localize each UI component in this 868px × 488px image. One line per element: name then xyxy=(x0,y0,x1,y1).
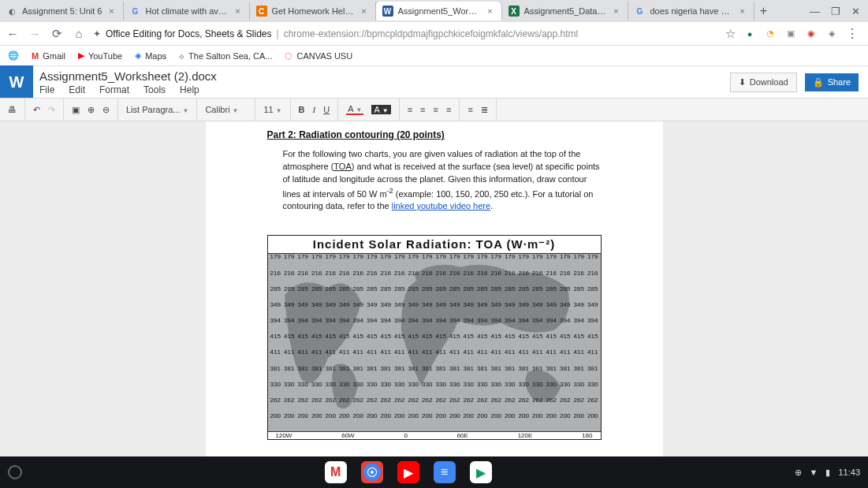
launcher-button[interactable] xyxy=(8,465,22,479)
tab-5[interactable]: Gdoes nigeria have mons× xyxy=(628,2,754,20)
menu-file[interactable]: File xyxy=(39,84,54,95)
docs-icon[interactable]: ≡ xyxy=(434,461,456,483)
chart-toa-radiation: Incident Solar Radiation: TOA (W·m⁻²) 17… xyxy=(267,235,602,440)
play-store-icon[interactable]: ▶ xyxy=(470,461,492,483)
google-icon: G xyxy=(635,6,646,17)
close-icon[interactable]: × xyxy=(233,6,243,16)
bold-button[interactable]: B xyxy=(299,105,305,114)
align-center-button[interactable]: ≡ xyxy=(420,105,425,114)
word-icon: W xyxy=(382,6,393,17)
download-icon: ⬇ xyxy=(739,77,746,88)
bookmark-apps[interactable]: 🌐 xyxy=(8,50,19,61)
back-button[interactable]: ← xyxy=(5,27,20,40)
gmail-icon[interactable]: M xyxy=(325,461,347,483)
text-color-button[interactable]: A▼ xyxy=(346,104,363,115)
bookmark-salton[interactable]: ⟐The Salton Sea, CA... xyxy=(179,51,272,61)
fit-button[interactable]: ▣ xyxy=(72,105,80,115)
browser-tabstrip: ◐Assignment 5: Unit 6× GHot climate with… xyxy=(0,0,868,22)
chart-grid: 1791791791791791791791791791791791791791… xyxy=(268,253,601,428)
bookmark-gmail[interactable]: MGmail xyxy=(32,51,65,61)
browser-menu-button[interactable]: ⋮ xyxy=(846,26,859,41)
tab-1[interactable]: GHot climate with averag× xyxy=(124,2,250,20)
menu-tools[interactable]: Tools xyxy=(143,84,166,95)
new-tab-button[interactable]: + xyxy=(754,4,773,18)
excel-icon: X xyxy=(509,6,520,17)
bulleted-list-button[interactable]: ≣ xyxy=(481,105,488,115)
bookmark-youtube[interactable]: ▶YouTube xyxy=(78,50,122,61)
ext-icon-1[interactable]: ● xyxy=(743,28,756,40)
lock-icon: 🔒 xyxy=(813,77,824,88)
bookmarks-bar: 🌐 MGmail ▶YouTube ◈Maps ⟐The Salton Sea,… xyxy=(0,46,868,66)
omnibox[interactable]: ✦ Office Editing for Docs, Sheets & Slid… xyxy=(93,28,719,39)
print-button[interactable]: 🖶 xyxy=(8,105,17,114)
undo-button[interactable]: ↶ xyxy=(33,105,40,115)
bookmark-star-icon[interactable]: ☆ xyxy=(725,27,736,41)
canvas-icon: ◌ xyxy=(285,50,292,61)
address-bar-right: ☆ ● ◔ ▣ ◉ ◈ ⋮ xyxy=(725,26,863,41)
window-maximize-button[interactable]: ❐ xyxy=(831,6,840,17)
status-tray[interactable]: ⊕ ▼ ▮ 11:43 xyxy=(795,468,860,478)
reload-button[interactable]: ⟳ xyxy=(49,27,65,41)
align-left-button[interactable]: ≡ xyxy=(408,105,412,114)
globe-icon: ◐ xyxy=(6,6,17,17)
bookmark-maps[interactable]: ◈Maps xyxy=(135,50,166,61)
document-page: Part 2: Radiation contouring (20 points)… xyxy=(206,121,663,456)
align-right-button[interactable]: ≡ xyxy=(434,105,438,114)
close-icon[interactable]: × xyxy=(359,6,369,16)
editor-header: W Assignment5_Worksheet (2).docx File Ed… xyxy=(0,66,868,98)
close-icon[interactable]: × xyxy=(107,6,117,16)
document-title: Assignment5_Worksheet (2).docx xyxy=(39,69,730,83)
extension-puzzle-icon: ✦ xyxy=(93,28,101,39)
address-bar: ← → ⟳ ⌂ ✦ Office Editing for Docs, Sheet… xyxy=(0,22,868,46)
chegg-icon: C xyxy=(256,6,267,17)
youtube-icon: ▶ xyxy=(78,50,84,61)
ext-icon-2[interactable]: ◔ xyxy=(764,28,777,40)
font-dropdown[interactable]: Calibri▼ xyxy=(205,105,238,114)
chart-x-axis: 120W60W060E120E180 xyxy=(268,431,601,439)
close-icon[interactable]: × xyxy=(738,6,747,16)
tab-2[interactable]: CGet Homework Help Wit× xyxy=(250,2,376,20)
paragraph-style-dropdown[interactable]: List Paragra...▼ xyxy=(126,105,188,114)
align-justify-button[interactable]: ≡ xyxy=(446,105,451,114)
forward-button[interactable]: → xyxy=(27,27,43,40)
underline-button[interactable]: U xyxy=(323,105,330,114)
chrome-icon[interactable] xyxy=(361,461,383,483)
instruction-paragraph: For the following two charts, you are gi… xyxy=(283,148,602,213)
home-button[interactable]: ⌂ xyxy=(71,27,87,40)
battery-icon: ▮ xyxy=(825,468,830,478)
window-close-button[interactable]: ✕ xyxy=(851,6,860,17)
menu-format[interactable]: Format xyxy=(99,84,129,95)
document-canvas[interactable]: Part 2: Radiation contouring (20 points)… xyxy=(0,121,868,456)
youtube-icon[interactable]: ▶ xyxy=(397,461,419,483)
ext-icon-3[interactable]: ▣ xyxy=(784,28,797,40)
menu-bar: File Edit Format Tools Help xyxy=(39,84,730,95)
os-shelf: M ▶ ≡ ▶ ⊕ ▼ ▮ 11:43 xyxy=(0,456,868,488)
bookmark-canvas[interactable]: ◌CANVAS USU xyxy=(285,50,352,61)
tab-0[interactable]: ◐Assignment 5: Unit 6× xyxy=(0,2,124,20)
window-minimize-button[interactable]: — xyxy=(810,6,820,17)
share-button[interactable]: 🔒Share xyxy=(805,73,859,91)
globe-icon: 🌐 xyxy=(8,50,19,61)
wifi-icon: ▼ xyxy=(810,468,818,477)
word-logo-icon: W xyxy=(0,65,33,99)
numbered-list-button[interactable]: ≡ xyxy=(468,105,472,114)
tutorial-link[interactable]: linked youtube video here xyxy=(392,201,490,210)
pin-icon: ⟐ xyxy=(179,51,184,61)
download-button[interactable]: ⬇Download xyxy=(730,73,797,92)
font-size-dropdown[interactable]: 11▼ xyxy=(263,105,281,114)
menu-help[interactable]: Help xyxy=(180,84,199,95)
shelf-apps: M ▶ ≡ ▶ xyxy=(22,461,795,483)
zoom-in-button[interactable]: ⊕ xyxy=(88,105,95,115)
tab-4[interactable]: XAssignment5_Data.xlsx× xyxy=(502,2,628,20)
section-title: Part 2: Radiation contouring (20 points) xyxy=(267,129,663,140)
italic-button[interactable]: I xyxy=(313,105,316,114)
close-icon[interactable]: × xyxy=(612,6,621,16)
redo-button[interactable]: ↷ xyxy=(48,105,55,115)
menu-edit[interactable]: Edit xyxy=(69,84,85,95)
highlight-button[interactable]: A▼ xyxy=(371,105,390,114)
ext-icon-5[interactable]: ◈ xyxy=(825,28,838,40)
close-icon[interactable]: × xyxy=(486,6,495,16)
zoom-out-button[interactable]: ⊖ xyxy=(102,105,110,115)
ext-icon-4[interactable]: ◉ xyxy=(805,28,818,40)
tab-3[interactable]: WAssignment5_Workshee× xyxy=(376,2,502,20)
